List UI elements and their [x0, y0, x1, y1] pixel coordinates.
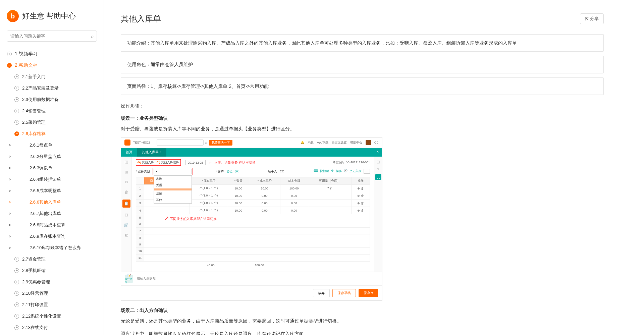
nav-2-14[interactable]: 2.14常见问题 [14, 333, 97, 335]
nav-2-12[interactable]: 2.12系统个性化设置 [14, 311, 97, 322]
nav-2-7[interactable]: 2.7资金管理 [14, 254, 97, 265]
steps-title: 操作步骤： [121, 103, 604, 109]
plus-icon [14, 97, 19, 102]
ss-tab-home: 首页 [121, 148, 137, 157]
logo-text: 好生意 帮助中心 [22, 11, 76, 21]
share-icon: ⇱ [585, 16, 589, 21]
ss-annotation-2: ↗ 不同业务的入库类型在这里切换 [164, 215, 217, 221]
page-title: 其他入库单 [121, 13, 161, 24]
ss-annotation-1: 入库、退货业务 在这里切换 [214, 160, 256, 165]
nav-2-13[interactable]: 2.13在线支付 [14, 322, 97, 333]
nav-video[interactable]: 1.视频学习 [7, 48, 97, 60]
plus-icon [14, 86, 19, 91]
search-input[interactable] [7, 31, 97, 42]
embedded-screenshot: TEST-HSQ2 ⌕ 我要更快一下 🔔消息 App下载 自定义设置 帮助中心 … [121, 137, 382, 301]
nav-2-10[interactable]: 2.10经营管理 [14, 288, 97, 299]
nav-2-4[interactable]: 2.4销售管理 [14, 105, 97, 117]
ss-msg-icon: 🔔 [301, 141, 304, 144]
plus-icon [14, 291, 19, 296]
ss-nav-icon: 🗑 [124, 189, 129, 195]
path-box: 页面路径：1、库存核算->库存管理->其他入库单 2、首页->常用功能 [121, 77, 604, 95]
ss-nav-icon-active: 📋 [122, 200, 130, 208]
ss-avatar-icon [366, 140, 371, 145]
ss-remark-input [136, 276, 378, 282]
ss-nav-icon: ◫ [124, 159, 129, 165]
nav-2-8[interactable]: 2.8手机旺铺 [14, 265, 97, 276]
ss-right-icon: ◫ [376, 159, 381, 164]
scene2-desc1: 无论是受赠，还是其他类型的业务，由于入库商品质量等原因，需要退回，这时可通过单据… [121, 317, 604, 325]
plus-icon [14, 120, 19, 125]
minus-icon [7, 63, 12, 68]
nav-2-3[interactable]: 2.3使用前数据准备 [14, 94, 97, 105]
plus-icon [14, 280, 19, 284]
ss-right-icon: ✎ [376, 167, 381, 171]
scene1-desc: 对于受赠、盘盈或是拆装入库等不同的业务，是通过单据头【业务类型】进行区分。 [121, 125, 604, 133]
ss-save-button: 保存 ▾ [359, 289, 378, 297]
nav-2-1[interactable]: 2.1新手入门 [14, 71, 97, 82]
ss-date: 2019-12-26 [185, 160, 206, 165]
nav-2-9[interactable]: 2.9优惠券管理 [14, 276, 97, 288]
scene1-title: 场景一：业务类型确认 [121, 115, 604, 121]
nav-2-6-2[interactable]: 2.6.2分量盘点单 [14, 151, 97, 162]
path-label: 页面路径： [127, 83, 151, 89]
nav-2-6-3[interactable]: 2.6.3调拨单 [14, 162, 97, 174]
ss-arrow-icon: ← [208, 160, 212, 165]
ss-hotkey-icon: ⌨ [314, 169, 318, 174]
scene2-desc2: 退库业务中，明细数量均以负值红色展示。无论是入库还是退库，库存账均记在入库方向。 [121, 330, 604, 335]
nav-2-6[interactable]: 2.6库存核算 [14, 128, 97, 139]
ss-right-icon: ⛶ [375, 174, 381, 180]
ss-tab-close-icon: × [373, 148, 382, 157]
plus-icon [7, 52, 12, 56]
nav-2-5[interactable]: 2.5采购管理 [14, 117, 97, 128]
ss-tenant-id: TEST-HSQ2 [133, 141, 150, 144]
ss-history-icon: 🕘 [344, 169, 347, 174]
ss-biztype-dropdown: ▾ [154, 169, 192, 174]
nav-2-6-9[interactable]: 2.6.9库存账本查询 [14, 231, 97, 242]
nav-2-6-7[interactable]: 2.6.7其他出库单 [14, 208, 97, 219]
search-box: ⌕ [7, 31, 97, 42]
nav-2-6-5[interactable]: 2.6.5成本调整单 [14, 185, 97, 197]
plus-icon [14, 74, 19, 79]
ss-nav-icon: ◐ [124, 232, 129, 238]
nav-2-6-1[interactable]: 2.6.1盘点单 [14, 139, 97, 151]
ss-gear-icon: ⚙ [331, 169, 334, 174]
ss-remark-icon: 📝备注信息 [125, 275, 133, 283]
nav-2-6-4[interactable]: 2.6.4组装拆卸单 [14, 174, 97, 185]
ss-radio-icon [138, 161, 141, 164]
ss-nav-icon: 🛒 [124, 222, 129, 228]
plus-icon [14, 109, 19, 113]
nav-2-11[interactable]: 2.11打印设置 [14, 299, 97, 311]
intro-label: 功能介绍： [127, 40, 151, 46]
nav-2-6-6[interactable]: 2.6.6其他入库单 [14, 197, 97, 208]
intro-text: 其他入库单用来处理除采购入库、产成品入库之外的其他入库业务，因此其他入库单可处理… [151, 40, 517, 46]
role-label: 使用角色： [127, 62, 151, 67]
main-content: 其他入库单 ⇱分享 功能介绍：其他入库单用来处理除采购入库、产成品入库之外的其他… [104, 0, 621, 335]
search-icon[interactable]: ⌕ [91, 34, 94, 39]
ss-tab-current: 其他入库单 × [137, 148, 166, 157]
ss-top-btn: 我要更快一下 [209, 140, 232, 146]
share-button[interactable]: ⇱分享 [580, 13, 604, 24]
ss-radio-icon [157, 161, 160, 164]
plus-icon [14, 325, 19, 330]
nav-2-2[interactable]: 2.2产品安装及登录 [14, 82, 97, 94]
path-text: 1、库存核算->库存管理->其他入库单 2、首页->常用功能 [151, 83, 269, 89]
ss-doc-id: 单据编号 JC-20191226-001 [333, 160, 370, 165]
nav-2-6-10[interactable]: 2.6.10库存账本错了怎么办 [14, 242, 97, 254]
ss-draft-button: 保存草稿 [332, 289, 356, 297]
sidebar: b 好生意 帮助中心 ⌕ 1.视频学习 2.帮助文档 2.1新手入门 2.2产品… [0, 0, 104, 335]
scene2-title: 场景二：出入方向确认 [121, 308, 604, 314]
nav-2-6-8[interactable]: 2.6.8商品成本重算 [14, 219, 97, 231]
intro-box: 功能介绍：其他入库单用来处理除采购入库、产成品入库之外的其他入库业务，因此其他入… [121, 34, 604, 52]
ss-logo-icon [124, 139, 130, 146]
plus-icon [14, 257, 19, 262]
ss-cancel-button: 放弃 [313, 289, 330, 297]
nav-help-docs[interactable]: 2.帮助文档 [7, 60, 97, 71]
plus-icon [14, 314, 19, 319]
ss-search-icon: ⌕ [205, 141, 207, 145]
ss-top-search [157, 139, 204, 146]
minus-icon [14, 131, 19, 136]
ss-nav-icon: ⊡ [124, 212, 129, 218]
plus-icon [14, 268, 19, 273]
logo-icon: b [7, 10, 19, 22]
plus-icon [14, 302, 19, 307]
